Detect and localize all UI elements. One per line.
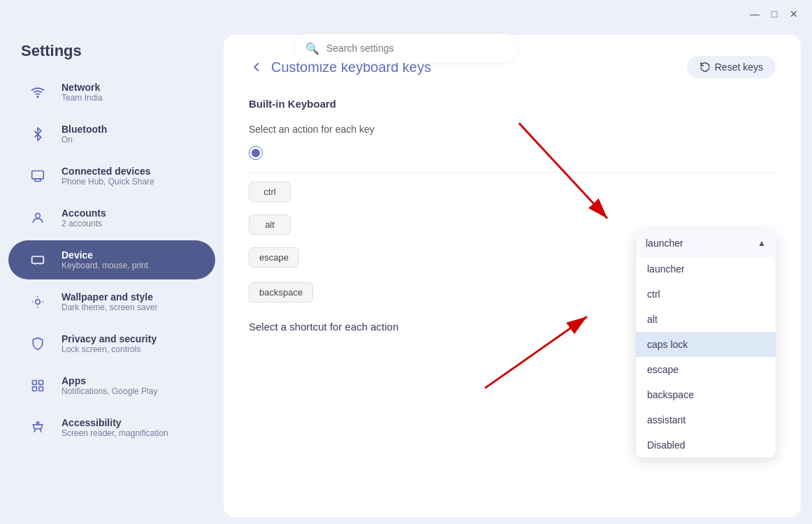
- close-button[interactable]: ✕: [784, 4, 804, 24]
- bluetooth-subtitle: On: [61, 135, 107, 145]
- bluetooth-icon: [25, 122, 50, 147]
- accounts-subtitle: 2 accounts: [61, 219, 106, 228]
- dropdown-option-backspace[interactable]: backspace: [636, 382, 776, 407]
- svg-rect-8: [33, 387, 37, 391]
- dropdown-header: launcher ▲: [636, 231, 776, 256]
- svg-rect-1: [32, 171, 44, 180]
- reset-keys-button[interactable]: Reset keys: [687, 56, 776, 78]
- sidebar-item-apps[interactable]: Apps Notifications, Google Play: [8, 366, 215, 405]
- sidebar-title: Settings: [0, 28, 224, 71]
- titlebar: — □ ✕: [0, 0, 812, 28]
- main-panel: Customize keyboard keys Reset keys Built…: [224, 35, 801, 517]
- dropdown-option-assistant[interactable]: assistant: [636, 407, 776, 432]
- accessibility-label: Accessibility: [61, 417, 168, 428]
- sidebar-item-accounts[interactable]: Accounts 2 accounts: [8, 198, 215, 238]
- sidebar-item-device[interactable]: Device Keyboard, mouse, print: [8, 240, 215, 279]
- sidebar-item-bluetooth[interactable]: Bluetooth On: [8, 115, 215, 154]
- key-row-launcher: [249, 146, 776, 160]
- accounts-label: Accounts: [61, 208, 106, 219]
- device-label: Device: [61, 249, 148, 261]
- svg-point-3: [36, 213, 41, 218]
- search-bar-container: 🔍: [238, 34, 574, 63]
- wallpaper-subtitle: Dark theme, screen saver: [61, 303, 157, 312]
- alt-key-badge: alt: [249, 214, 291, 235]
- bluetooth-label: Bluetooth: [61, 124, 107, 135]
- svg-rect-4: [32, 256, 44, 263]
- launcher-radio[interactable]: [249, 146, 263, 160]
- privacy-subtitle: Lock screen, controls: [61, 344, 157, 354]
- privacy-label: Privacy and security: [61, 333, 157, 344]
- wifi-icon: [25, 80, 50, 105]
- dropdown-option-disabled[interactable]: Disabled: [636, 432, 776, 458]
- svg-rect-9: [39, 387, 43, 391]
- svg-point-10: [36, 422, 38, 424]
- device-subtitle: Keyboard, mouse, print: [61, 261, 148, 270]
- svg-rect-2: [35, 179, 41, 181]
- network-label: Network: [61, 82, 103, 93]
- accessibility-subtitle: Screen reader, magnification: [61, 428, 168, 438]
- key-row-ctrl: ctrl: [249, 182, 776, 202]
- privacy-icon: [25, 331, 50, 356]
- dropdown-chevron-icon: ▲: [757, 238, 766, 248]
- svg-point-5: [36, 300, 41, 305]
- backspace-key-badge: backspace: [249, 282, 313, 303]
- wallpaper-label: Wallpaper and style: [61, 291, 157, 303]
- select-action-label: Select an action for each key: [249, 124, 776, 135]
- svg-rect-6: [33, 381, 37, 385]
- sidebar-item-network[interactable]: Network Team India: [8, 73, 215, 112]
- ctrl-key-badge: ctrl: [249, 182, 291, 202]
- maximize-button[interactable]: □: [764, 4, 784, 24]
- svg-point-0: [37, 96, 38, 98]
- apps-subtitle: Notifications, Google Play: [61, 386, 157, 396]
- sidebar: Settings Network Team India Bluetooth: [0, 28, 224, 524]
- svg-rect-7: [39, 381, 43, 385]
- sidebar-item-accessibility[interactable]: Accessibility Screen reader, magnificati…: [8, 408, 215, 447]
- dropdown-option-alt[interactable]: alt: [636, 307, 776, 332]
- escape-key-badge: escape: [249, 247, 299, 268]
- sidebar-item-connected[interactable]: Connected devices Phone Hub, Quick Share: [8, 157, 215, 196]
- dropdown-open-panel: launcher ▲ launcher ctrl alt caps lock e…: [636, 231, 776, 458]
- section-title: Built-in Keyboard: [249, 98, 776, 110]
- dropdown-current-value: launcher: [646, 238, 683, 249]
- reset-icon: [699, 61, 711, 73]
- minimize-button[interactable]: —: [745, 4, 764, 24]
- app-container: Settings Network Team India Bluetooth: [0, 28, 812, 524]
- devices-icon: [25, 163, 50, 189]
- dropdown-option-capslock[interactable]: caps lock: [636, 332, 776, 357]
- apps-label: Apps: [61, 375, 157, 386]
- dropdown-option-ctrl[interactable]: ctrl: [636, 282, 776, 307]
- sidebar-item-privacy[interactable]: Privacy and security Lock screen, contro…: [8, 324, 215, 363]
- apps-icon: [25, 373, 50, 398]
- sidebar-item-wallpaper[interactable]: Wallpaper and style Dark theme, screen s…: [8, 282, 215, 321]
- account-icon: [25, 205, 50, 231]
- dropdown-option-launcher[interactable]: launcher: [636, 256, 776, 282]
- search-bar: 🔍: [294, 34, 518, 63]
- search-input[interactable]: [326, 43, 507, 54]
- device-icon: [25, 247, 50, 272]
- connected-subtitle: Phone Hub, Quick Share: [61, 177, 154, 187]
- dropdown-option-escape[interactable]: escape: [636, 357, 776, 382]
- search-icon: 🔍: [305, 42, 319, 55]
- connected-label: Connected devices: [61, 166, 154, 177]
- network-subtitle: Team India: [61, 93, 103, 103]
- wallpaper-icon: [25, 289, 50, 314]
- accessibility-icon: [25, 415, 50, 440]
